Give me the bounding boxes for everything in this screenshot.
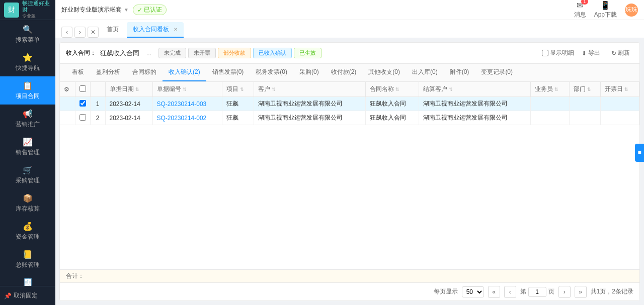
refresh-button[interactable]: ↻ 刷新: [608, 47, 633, 59]
nav-label-6: 库存核算: [16, 205, 40, 213]
sort-order-icon[interactable]: ⇅: [183, 87, 187, 92]
sidebar-item-4[interactable]: 📈销售管理: [0, 133, 55, 161]
sort-customer-icon[interactable]: ⇅: [272, 87, 276, 92]
quick-action-button[interactable]: ■: [635, 144, 644, 162]
col-invoice-date[interactable]: 开票日 ⇅: [601, 82, 639, 97]
sort-contract-icon[interactable]: ⇅: [395, 87, 399, 92]
status-btn-3[interactable]: 已收入确认: [253, 48, 292, 58]
sidebar-item-7[interactable]: 💰资金管理: [0, 217, 55, 245]
app-download-label: App下载: [594, 11, 617, 19]
row-checkbox-0[interactable]: [79, 100, 86, 107]
row-checkbox-cell-0[interactable]: [75, 97, 90, 111]
sidebar-item-1[interactable]: ⭐快捷导航: [0, 48, 55, 76]
col-order-no[interactable]: 单据编号 ⇅: [152, 82, 222, 97]
row-order-link-1[interactable]: SQ-20230214-002: [157, 115, 207, 122]
data-table: ⚙ 单据日期 ⇅: [60, 82, 639, 125]
row-order-link-0[interactable]: SQ-20230214-003: [157, 100, 207, 108]
status-btn-4[interactable]: 已生效: [294, 48, 321, 58]
app-download-button[interactable]: 📱 App下载: [594, 1, 617, 19]
contract-title-name: 狂飙收入合同: [100, 49, 139, 58]
sort-date-icon[interactable]: ⇅: [135, 87, 139, 92]
sub-tab-8[interactable]: 其他收支(0): [362, 64, 406, 81]
col-settlement-customer[interactable]: 结算客户 ⇅: [419, 82, 531, 97]
status-btn-2[interactable]: 部分收款: [218, 48, 251, 58]
sort-project-icon[interactable]: ⇅: [240, 87, 244, 92]
avatar[interactable]: 珠珠: [625, 4, 638, 17]
sub-tab-7[interactable]: 收付款(2): [325, 64, 363, 81]
sub-tab-11[interactable]: 变更记录(0): [475, 64, 519, 81]
last-page-button[interactable]: »: [575, 286, 587, 298]
row-order-no-1[interactable]: SQ-20230214-002: [152, 111, 222, 125]
sidebar-footer[interactable]: 📌 取消固定: [0, 286, 55, 305]
chevron-down-icon: ▼: [124, 7, 129, 13]
sort-department-icon[interactable]: ⇅: [587, 87, 591, 92]
table-container[interactable]: ⚙ 单据日期 ⇅: [60, 82, 639, 269]
tab-close-icon[interactable]: ✕: [174, 27, 178, 32]
sub-tab-5[interactable]: 税务发票(0): [250, 64, 293, 81]
status-btn-0[interactable]: 未完成: [158, 48, 186, 58]
tab-contract-board[interactable]: 收入合同看板 ✕: [127, 22, 184, 38]
unpin-button[interactable]: 📌 取消固定: [4, 289, 51, 302]
col-date[interactable]: 单据日期 ⇅: [105, 82, 152, 97]
nav-icon-3: 📢: [23, 109, 33, 119]
contract-title: 收入合同： 狂飙收入合同 ... 未完成未开票部分收款已收入确认已生效: [66, 48, 321, 58]
sort-settlement-icon[interactable]: ⇅: [449, 87, 453, 92]
total-label: 合计：: [66, 272, 84, 280]
prev-page-button[interactable]: ‹: [504, 286, 516, 298]
row-num-1: 2: [90, 111, 105, 125]
message-label: 消息: [574, 11, 586, 19]
sub-tab-0[interactable]: 看板: [66, 64, 90, 81]
row-order-no-0[interactable]: SQ-20230214-003: [152, 97, 222, 111]
refresh-icon: ↻: [611, 50, 616, 57]
sidebar-item-2[interactable]: 📋项目合同: [0, 76, 55, 105]
sidebar-item-9[interactable]: 🧾发票管理: [0, 273, 55, 286]
sub-tab-4[interactable]: 销售发票(0): [206, 64, 250, 81]
row-num-0: 1: [90, 97, 105, 111]
sub-tab-10[interactable]: 附件(0): [444, 64, 475, 81]
tab-close-button[interactable]: ✕: [88, 27, 99, 38]
tab-next-button[interactable]: ›: [74, 27, 86, 38]
company-name: 好业财专业版演示帐套: [61, 6, 122, 14]
sub-tab-2[interactable]: 合同标的: [126, 64, 163, 81]
page-number-input[interactable]: [528, 287, 546, 297]
export-button[interactable]: ⬇ 导出: [578, 47, 604, 59]
first-page-button[interactable]: «: [488, 286, 500, 298]
sub-tab-9[interactable]: 出入库(0): [406, 64, 444, 81]
col-customer[interactable]: 客户 ⇅: [254, 82, 365, 97]
sort-salesperson-icon[interactable]: ⇅: [554, 87, 558, 92]
col-department[interactable]: 部门 ⇅: [569, 82, 600, 97]
tab-home[interactable]: 首页: [101, 22, 125, 38]
tab-prev-button[interactable]: ‹: [61, 27, 72, 38]
company-selector[interactable]: 好业财专业版演示帐套 ▼: [61, 6, 129, 14]
page-size-select[interactable]: 50: [462, 286, 484, 297]
sidebar-item-3[interactable]: 📢营销推广: [0, 105, 55, 133]
sub-tab-3[interactable]: 收入确认(2): [163, 64, 206, 81]
show-detail-input[interactable]: [542, 50, 548, 56]
sidebar-item-8[interactable]: 📒总账管理: [0, 245, 55, 273]
sidebar-item-6[interactable]: 📦库存核算: [0, 189, 55, 217]
sidebar-item-0[interactable]: 🔍搜索菜单: [0, 20, 55, 48]
status-btn-1[interactable]: 未开票: [188, 48, 216, 58]
nav-label-3: 营销推广: [16, 120, 40, 129]
select-all-checkbox[interactable]: [79, 85, 86, 92]
nav-label-1: 快捷导航: [16, 64, 40, 72]
app-edition: 专业版: [22, 13, 51, 20]
next-page-button[interactable]: ›: [558, 286, 571, 298]
table-header: ⚙ 单据日期 ⇅: [60, 82, 639, 97]
page-suffix: 页: [548, 287, 554, 296]
col-contract-name[interactable]: 合同名称 ⇅: [365, 82, 419, 97]
message-button[interactable]: 1 ✉ 消息: [574, 1, 586, 19]
contract-more-button[interactable]: ...: [143, 49, 154, 58]
settings-icon[interactable]: ⚙: [64, 86, 69, 93]
sub-tab-1[interactable]: 盈利分析: [90, 64, 126, 81]
col-project[interactable]: 项目 ⇅: [222, 82, 254, 97]
table-row[interactable]: 2 2023-02-14 SQ-20230214-002 狂飙 湖南卫视商业运营…: [60, 111, 639, 125]
sidebar-item-5[interactable]: 🛒采购管理: [0, 161, 55, 189]
col-salesperson[interactable]: 业务员 ⇅: [531, 82, 570, 97]
row-checkbox-1[interactable]: [79, 114, 86, 121]
sub-tab-6[interactable]: 采购(0): [293, 64, 325, 81]
table-row[interactable]: 1 2023-02-14 SQ-20230214-003 狂飙 湖南卫视商业运营…: [60, 97, 639, 111]
row-checkbox-cell-1[interactable]: [75, 111, 90, 125]
show-detail-checkbox[interactable]: 显示明细: [542, 49, 574, 57]
sort-invoice-icon[interactable]: ⇅: [624, 87, 628, 92]
